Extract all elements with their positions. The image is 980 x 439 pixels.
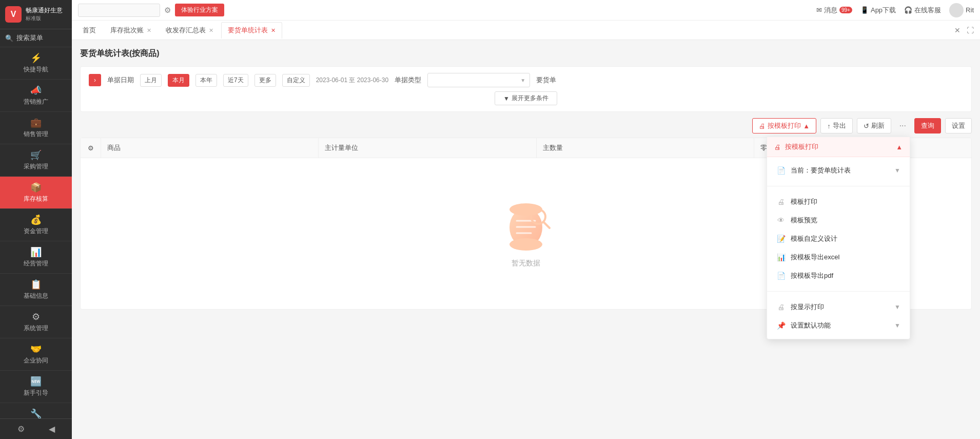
export-label: 导出: [833, 121, 846, 130]
tab-close-window-btn[interactable]: ✕: [952, 24, 963, 36]
empty-text: 暂无数据: [512, 259, 540, 268]
type-select[interactable]: ▼: [427, 73, 530, 87]
template-print-label: 模板打印: [791, 197, 817, 206]
sidebar-item-operation[interactable]: 📊 经营管理: [0, 241, 72, 274]
export-btn[interactable]: ↑ 导出: [820, 118, 853, 133]
preview-icon: 👁: [776, 216, 786, 224]
column-qty: 主数量: [537, 138, 754, 158]
user-item[interactable]: Rit: [949, 3, 974, 17]
topbar: ⚙ 体验行业方案 ✉ 消息 99+ 📱 App下载 🎧 在线客服 Rit: [72, 0, 980, 21]
search-menu-item[interactable]: 🔍 搜索菜单: [0, 29, 72, 47]
settings-icon[interactable]: ⚙: [17, 424, 25, 434]
column-settings[interactable]: ⚙: [81, 138, 101, 158]
column-unit: 主计量单位: [319, 138, 536, 158]
tab-batch-account[interactable]: 库存批次账 ✕: [104, 22, 158, 39]
messages-item[interactable]: ✉ 消息 99+: [816, 6, 852, 15]
template-preview-label: 模板预览: [791, 216, 817, 225]
date-btn-custom[interactable]: 自定义: [282, 74, 310, 87]
user-avatar: [949, 3, 964, 17]
sidebar-item-collab[interactable]: 🤝 企业协同: [0, 338, 72, 371]
nav-label-quick: 快捷导航: [24, 65, 48, 74]
dropdown-set-default[interactable]: 📌 设置默认功能 ▼: [767, 316, 910, 335]
settings-btn[interactable]: 设置: [945, 118, 972, 133]
column-product: 商品: [101, 138, 319, 158]
sidebar-item-system[interactable]: ⚙ 系统管理: [0, 306, 72, 338]
filter-row: › 单据日期 上月 本月 本年 近7天 更多 自定义 2023-06-01 至 …: [89, 73, 963, 87]
filter-collapse-btn[interactable]: ›: [89, 74, 101, 86]
collapse-sidebar-icon[interactable]: ◀: [49, 424, 55, 434]
nav-icon-sales: 💼: [30, 117, 42, 128]
tab-order-stats-close[interactable]: ✕: [271, 27, 276, 34]
online-service-item[interactable]: 🎧 在线客服: [904, 6, 941, 15]
dropdown-display-print[interactable]: 🖨 按显示打印 ▼: [767, 298, 910, 316]
topbar-search-input[interactable]: [78, 4, 160, 17]
tab-batch-account-close[interactable]: ✕: [147, 27, 151, 34]
more-options-icon[interactable]: ···: [895, 119, 910, 132]
column-unit-label: 主计量单位: [325, 143, 358, 152]
nav-icon-inventory: 📦: [30, 182, 42, 193]
export-excel-label: 按模板导出excel: [791, 253, 839, 262]
dropdown-template-design[interactable]: 📝 模板自定义设计: [767, 230, 910, 248]
tabs-bar-right: ✕ ⛶: [952, 24, 976, 36]
print-dropdown: 🖨 按模板打印 ▲ 📄 当前：要货单统计表 ▼: [767, 137, 910, 339]
current-label-text: 当前：要货单统计表: [791, 166, 851, 175]
online-service-label: 在线客服: [914, 6, 941, 15]
tab-receipt-summary[interactable]: 收发存汇总表 ✕: [159, 22, 220, 39]
set-default-label: 设置默认功能: [791, 321, 831, 330]
sidebar: V 畅康通好生意 标准版 🔍 搜索菜单 ⚡ 快捷导航 📣 营销推广 💼 销售管理…: [0, 0, 72, 439]
print-icon: 🖨: [776, 198, 786, 206]
printer-icon: 🖨: [759, 122, 766, 130]
dropdown-collapse-icon[interactable]: ▲: [896, 143, 903, 151]
sidebar-item-inventory[interactable]: 📦 库存核算: [0, 177, 72, 209]
sidebar-item-quick-nav[interactable]: ⚡ 快捷导航: [0, 47, 72, 80]
sidebar-item-guide[interactable]: 🆕 新手引导: [0, 371, 72, 403]
expand-conditions-btn[interactable]: ▼ 展开更多条件: [495, 91, 557, 105]
search-icon: 🔍: [5, 34, 13, 42]
query-btn[interactable]: 查询: [914, 118, 941, 133]
sidebar-item-marketing[interactable]: 📣 营销推广: [0, 80, 72, 112]
tab-order-stats[interactable]: 要货单统计表 ✕: [221, 22, 282, 39]
refresh-btn[interactable]: ↺ 刷新: [857, 118, 891, 133]
tab-home[interactable]: 首页: [76, 22, 103, 39]
dropdown-template-preview[interactable]: 👁 模板预览: [767, 211, 910, 230]
empty-svg: [500, 199, 552, 251]
column-qty-label: 主数量: [543, 143, 563, 152]
sidebar-item-apps[interactable]: 🔧 应用中心: [0, 403, 72, 418]
topbar-gear-icon[interactable]: ⚙: [164, 6, 171, 15]
headset-icon: 🎧: [904, 6, 912, 14]
empty-icon: [500, 199, 552, 251]
sidebar-item-sales[interactable]: 💼 销售管理: [0, 112, 72, 144]
pdf-icon: 📄: [776, 272, 786, 280]
sidebar-item-purchase[interactable]: 🛒 采购管理: [0, 144, 72, 177]
refresh-icon: ↺: [864, 122, 869, 130]
content-area: 要货单统计表(按商品) › 单据日期 上月 本月 本年 近7天 更多 自定义 2…: [72, 40, 980, 439]
type-label: 单据类型: [395, 75, 421, 85]
nav-label-collab: 企业协同: [24, 356, 48, 365]
dropdown-section-display: 🖨 按显示打印 ▼ 📌 设置默认功能 ▼: [767, 294, 910, 339]
design-icon: 📝: [776, 235, 786, 243]
svg-line-7: [543, 222, 550, 228]
print-template-btn[interactable]: 🖨 按模板打印 ▲: [752, 118, 816, 133]
date-btn-last-7-days[interactable]: 近7天: [223, 74, 248, 87]
display-arrow-icon: ▼: [894, 303, 900, 311]
experience-btn[interactable]: 体验行业方案: [175, 4, 224, 16]
dropdown-divider-2: [767, 291, 910, 292]
app-download-item[interactable]: 📱 App下载: [860, 6, 896, 15]
nav-label-finance: 资金管理: [24, 227, 48, 236]
dropdown-current-item[interactable]: 📄 当前：要货单统计表 ▼: [767, 161, 910, 180]
date-btn-this-year[interactable]: 本年: [195, 74, 217, 87]
dropdown-template-print[interactable]: 🖨 模板打印: [767, 193, 910, 211]
dropdown-export-pdf[interactable]: 📄 按模板导出pdf: [767, 266, 910, 285]
date-btn-last-month[interactable]: 上月: [140, 74, 162, 87]
svg-point-2: [509, 238, 542, 251]
date-btn-more[interactable]: 更多: [254, 74, 276, 87]
dropdown-export-excel[interactable]: 📊 按模板导出excel: [767, 248, 910, 266]
sidebar-item-finance[interactable]: 💰 资金管理: [0, 209, 72, 241]
date-btn-this-month[interactable]: 本月: [168, 74, 189, 87]
tab-receipt-summary-close[interactable]: ✕: [209, 27, 213, 34]
sidebar-item-basic[interactable]: 📋 基础信息: [0, 274, 72, 306]
page-title: 要货单统计表(按商品): [80, 48, 972, 59]
sidebar-nav: ⚡ 快捷导航 📣 营销推广 💼 销售管理 🛒 采购管理 📦 库存核算 💰 资金管…: [0, 47, 72, 418]
tab-expand-btn[interactable]: ⛶: [965, 24, 976, 36]
toolbar: 🖨 按模板打印 ▲ ↑ 导出 ↺ 刷新 ··· 查询 设置 🖨 按模板打印: [80, 118, 972, 133]
